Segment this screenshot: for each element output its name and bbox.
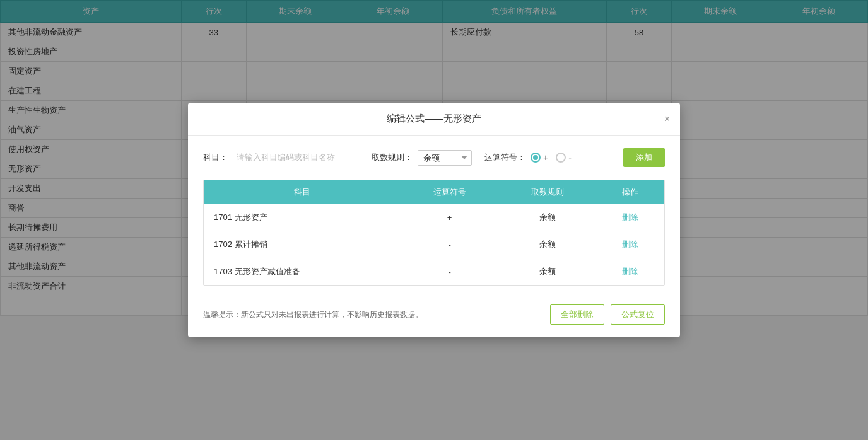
formula-table: 科目 运算符号 取数规则 操作 1701 无形资产+余额删除1702 累计摊销-…: [204, 180, 664, 285]
th-subject: 科目: [204, 180, 401, 204]
delete-all-button[interactable]: 全部删除: [550, 304, 604, 325]
radio-minus-circle: [556, 153, 566, 163]
modal-close-button[interactable]: ×: [664, 114, 670, 124]
th-operator: 运算符号: [401, 180, 498, 204]
cell-operator: +: [401, 204, 498, 231]
rule-select[interactable]: 余额 借方 贷方 借方累计 贷方累计: [418, 150, 472, 166]
formula-table-wrap: 科目 运算符号 取数规则 操作 1701 无形资产+余额删除1702 累计摊销-…: [203, 180, 665, 286]
modal-overlay: 编辑公式——无形资产 × 科目： 取数规则： 余额 借方 贷方 借方累计 贷方累…: [0, 0, 868, 440]
modal-tip: 温馨提示：新公式只对未出报表进行计算，不影响历史报表数据。: [203, 310, 423, 320]
footer-buttons: 全部删除 公式复位: [550, 304, 665, 325]
delete-row-button[interactable]: 删除: [622, 266, 638, 277]
rule-field-group: 取数规则： 余额 借方 贷方 借方累计 贷方累计: [372, 150, 472, 166]
table-header-row: 科目 运算符号 取数规则 操作: [204, 180, 664, 204]
cell-operator: -: [401, 231, 498, 258]
cell-subject: 1701 无形资产: [204, 204, 401, 231]
operator-plus-radio[interactable]: +: [531, 153, 548, 163]
modal-title: 编辑公式——无形资产: [387, 113, 481, 125]
subject-input[interactable]: [233, 150, 359, 165]
table-row: 1701 无形资产+余额删除: [204, 204, 664, 231]
modal-dialog: 编辑公式——无形资产 × 科目： 取数规则： 余额 借方 贷方 借方累计 贷方累…: [188, 103, 680, 337]
add-button[interactable]: 添加: [623, 148, 665, 167]
cell-action: 删除: [597, 258, 664, 286]
modal-footer: 温馨提示：新公式只对未出报表进行计算，不影响历史报表数据。 全部删除 公式复位: [188, 292, 680, 337]
th-action: 操作: [597, 180, 664, 204]
cell-subject: 1702 累计摊销: [204, 231, 401, 258]
radio-plus-circle: [531, 153, 541, 163]
operator-field-group: 运算符号： + -: [484, 152, 572, 163]
subject-field-group: 科目：: [203, 150, 359, 165]
form-row: 科目： 取数规则： 余额 借方 贷方 借方累计 贷方累计 运算符号：: [188, 136, 680, 180]
delete-row-button[interactable]: 删除: [622, 239, 638, 250]
table-row: 1702 累计摊销-余额删除: [204, 231, 664, 258]
cell-rule: 余额: [498, 258, 596, 286]
rule-label: 取数规则：: [372, 152, 413, 163]
cell-action: 删除: [597, 231, 664, 258]
reset-formula-button[interactable]: 公式复位: [611, 304, 665, 325]
operator-label: 运算符号：: [484, 152, 525, 163]
operator-minus-label: -: [568, 153, 572, 163]
operator-radio-group: + -: [531, 153, 572, 163]
cell-operator: -: [401, 258, 498, 286]
cell-action: 删除: [597, 204, 664, 231]
modal-header: 编辑公式——无形资产 ×: [188, 103, 680, 136]
operator-minus-radio[interactable]: -: [556, 153, 572, 163]
subject-label: 科目：: [203, 152, 228, 163]
cell-rule: 余额: [498, 231, 596, 258]
th-rule: 取数规则: [498, 180, 596, 204]
cell-subject: 1703 无形资产减值准备: [204, 258, 401, 286]
cell-rule: 余额: [498, 204, 596, 231]
delete-row-button[interactable]: 删除: [622, 212, 638, 223]
rule-select-wrap: 余额 借方 贷方 借方累计 贷方累计: [418, 150, 472, 166]
table-row: 1703 无形资产减值准备-余额删除: [204, 258, 664, 286]
operator-plus-label: +: [543, 153, 548, 163]
